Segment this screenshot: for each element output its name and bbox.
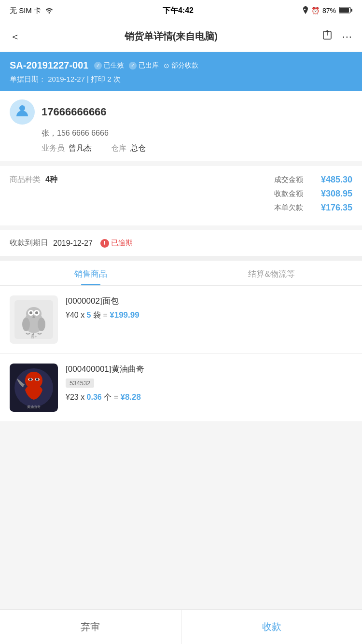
received-row: 收款金额 ¥308.95 [274,189,352,199]
status-badges: ✓ 已生效 ✓ 已出库 ⊙ 部分收款 [94,61,198,70]
svg-point-14 [38,318,45,331]
customer-row: 17666666666 [10,99,352,125]
product-name-2: [000400001]黄油曲奇 [66,364,352,375]
check-icon-1: ✓ [94,62,102,70]
product-thumb-2: 黄油曲奇 [10,364,58,412]
badge-shipped: ✓ 已出库 [129,61,159,70]
person-icon [14,103,30,122]
received-label: 收款金额 [274,189,303,198]
product-tag-2: 534532 [66,378,94,388]
overdue-icon: ! [100,239,109,248]
product-price-2: ¥23 x 0.36 个 = ¥8.28 [66,392,352,403]
received-value: ¥308.95 [309,189,352,199]
overdue-badge: ! 已逾期 [100,238,133,248]
status-right: ⏰ 87% [303,6,352,15]
customer-section: 17666666666 张，156 6666 6666 业务员 曾凡杰 仓库 总… [0,91,362,161]
svg-point-4 [19,105,25,111]
battery-text: 87% [322,7,336,14]
amount-label: 成交金额 [274,175,303,184]
product-item-2: 黄油曲奇 [000400001]黄油曲奇 534532 ¥23 x 0.36 个… [0,354,362,422]
product-total-1: ¥199.99 [110,310,139,320]
clock-icon: ⊙ [164,62,169,70]
customer-meta: 业务员 曾凡杰 仓库 总仓 [10,143,352,154]
svg-point-11 [35,311,38,314]
collect-payment-button[interactable]: 收款 [181,610,362,644]
due-date-value: 2019-12-27 [53,239,93,248]
back-button[interactable]: ＜ [10,29,20,44]
summary-section: 商品种类 4种 成交金额 ¥485.30 收款金额 ¥308.95 本单欠款 ¥… [0,166,362,225]
product-info-2: [000400001]黄油曲奇 534532 ¥23 x 0.36 个 = ¥8… [66,364,352,403]
amount-value: ¥485.30 [309,175,352,185]
product-thumb-1: 兽+ [10,295,58,344]
product-item-1: 兽+ [0000002]面包 ¥40 x 5 袋 = ¥199.99 [0,286,362,354]
svg-point-10 [29,311,32,314]
alarm-icon: ⏰ [311,7,320,14]
salesperson-value: 曾凡杰 [69,143,92,154]
svg-rect-2 [351,9,352,12]
summary-left: 商品种类 4种 [10,175,57,188]
product-price-1: ¥40 x 5 袋 = ¥199.99 [66,310,352,321]
tab-sales-products[interactable]: 销售商品 [0,261,181,285]
owed-value: ¥176.35 [309,203,352,213]
svg-point-21 [29,378,32,381]
owed-row: 本单欠款 ¥176.35 [274,203,352,213]
products-section: 兽+ [0000002]面包 ¥40 x 5 袋 = ¥199.99 [0,286,362,422]
product-image-2: 黄油曲奇 [10,364,58,412]
svg-text:兽+: 兽+ [31,335,37,339]
share-icon[interactable] [322,30,333,43]
warehouse-value: 总仓 [130,143,146,154]
product-types-label: 商品种类 [10,175,41,185]
wifi-icon [45,7,54,15]
customer-account-id: 17666666666 [42,106,107,118]
order-id-row: SA-20191227-001 ✓ 已生效 ✓ 已出库 ⊙ 部分收款 [10,60,352,71]
due-date-section: 收款到期日 2019-12-27 ! 已逾期 [0,230,362,256]
status-left: 无 SIM 卡 [10,6,54,15]
product-types-value: 4种 [45,175,57,185]
svg-text:黄油曲奇: 黄油曲奇 [27,405,41,409]
product-total-2: ¥8.28 [120,392,141,402]
section-divider [0,256,362,261]
svg-rect-1 [339,8,349,13]
badge-partial: ⊙ 部分收款 [164,61,198,70]
more-icon[interactable]: ··· [342,30,352,43]
svg-point-13 [22,318,30,331]
owed-label: 本单欠款 [274,203,303,212]
product-image-placeholder-1: 兽+ [14,300,53,339]
product-qty-1: 5 [87,311,91,319]
product-name-1: [0000002]面包 [66,295,352,307]
nav-bar: ＜ 销货单详情(来自电脑) ··· [0,21,362,52]
status-bar: 无 SIM 卡 下午4:42 ⏰ 87% [0,0,362,21]
badge-effective: ✓ 已生效 [94,61,124,70]
salesperson-label: 业务员 [42,143,65,154]
page-title: 销货单详情(来自电脑) [125,30,218,43]
tabs-section: 销售商品 结算&物流等 [0,261,362,286]
order-id: SA-20191227-001 [10,60,88,71]
amount-row: 成交金额 ¥485.30 [274,175,352,185]
bottom-bar: 弃审 收款 [0,609,362,644]
check-icon-2: ✓ [129,62,137,70]
order-header: SA-20191227-001 ✓ 已生效 ✓ 已出库 ⊙ 部分收款 单据日期：… [0,52,362,91]
product-types-row: 商品种类 4种 [10,175,57,185]
location-icon [303,6,308,15]
bottom-spacer [0,422,362,461]
warehouse-item: 仓库 总仓 [111,143,146,154]
product-qty-2: 0.36 [87,393,102,401]
svg-point-22 [36,378,39,381]
overdue-text: 已逾期 [111,238,133,248]
summary-right: 成交金额 ¥485.30 收款金额 ¥308.95 本单欠款 ¥176.35 [274,175,352,217]
product-info-1: [0000002]面包 ¥40 x 5 袋 = ¥199.99 [66,295,352,321]
nav-icons: ··· [322,30,352,43]
salesperson-item: 业务员 曾凡杰 [42,143,92,154]
tab-settlement-logistics[interactable]: 结算&物流等 [181,261,362,285]
status-time: 下午4:42 [163,6,194,16]
carrier-text: 无 SIM 卡 [10,6,41,15]
order-date-row: 单据日期： 2019-12-27 | 打印 2 次 [10,75,352,84]
avatar [10,99,35,125]
customer-sub-info: 张，156 6666 6666 [10,128,352,139]
warehouse-label: 仓库 [111,143,126,154]
due-label: 收款到期日 [10,238,48,248]
battery-icon [339,7,352,15]
cancel-review-button[interactable]: 弃审 [0,610,181,644]
